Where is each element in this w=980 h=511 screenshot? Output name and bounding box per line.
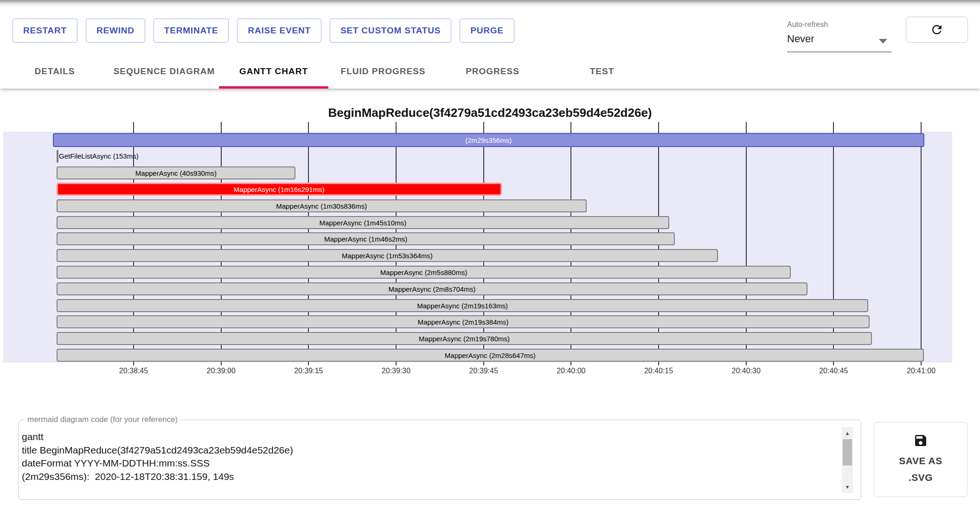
scrollbar-up-button[interactable]: ▲	[842, 427, 853, 439]
axis-tick-label: 20:41:00	[907, 367, 935, 375]
gantt-bar: MapperAsync (2m19s780ms)	[57, 332, 872, 345]
toolbar-button-restart[interactable]: RESTART	[13, 19, 77, 43]
gantt-bar: MapperAsync (1m16s291ms)	[57, 183, 502, 196]
save-svg-button[interactable]: SAVE AS .SVG	[874, 422, 967, 497]
mermaid-panel-legend: mermaid diagram code (for your reference…	[24, 415, 181, 424]
select-underline	[787, 51, 891, 52]
gantt-bar-label: MapperAsync (2m28s647ms)	[445, 351, 536, 359]
save-button-label: SAVE AS .SVG	[899, 453, 942, 486]
toolbar-button-set-custom-status[interactable]: SET CUSTOM STATUS	[330, 19, 451, 43]
gantt-bar: MapperAsync (2m19s384ms)	[57, 315, 870, 328]
gantt-bar: MapperAsync (2m8s704ms)	[57, 282, 807, 295]
gantt-bar: MapperAsync (1m53s364ms)	[57, 249, 718, 262]
gantt-bar: MapperAsync (2m5s880ms)	[57, 266, 791, 279]
axis-tick-label: 20:40:15	[644, 367, 673, 375]
gantt-bar: MapperAsync (1m45s10ms)	[57, 216, 669, 229]
chevron-down-icon	[879, 39, 887, 44]
axis-tick-label: 20:40:30	[732, 367, 761, 375]
scrollbar-down-button[interactable]: ▼	[842, 481, 853, 493]
gantt-bar-label: MapperAsync (1m53s364ms)	[342, 252, 433, 260]
tab-progress[interactable]: PROGRESS	[438, 56, 547, 89]
toolbar-button-terminate[interactable]: TERMINATE	[154, 19, 229, 43]
gantt-bar-label: MapperAsync (2m8s704ms)	[389, 285, 476, 293]
auto-refresh-label: Auto-refresh	[787, 20, 828, 29]
appbar-shadow	[0, 0, 980, 7]
gantt-task-label: GetFileListAsync (153ms)	[59, 152, 139, 160]
grid-line	[921, 122, 922, 365]
gantt-bar-label: MapperAsync (2m19s163ms)	[417, 302, 508, 310]
grid-line	[833, 122, 834, 365]
axis-tick-label: 20:39:15	[294, 367, 323, 375]
page: RESTARTREWINDTERMINATERAISE EVENTSET CUS…	[0, 0, 980, 511]
save-icon	[913, 433, 928, 448]
gantt-bar-label: MapperAsync (40s930ms)	[135, 169, 217, 177]
refresh-button[interactable]	[906, 17, 968, 43]
tab-fluid-progress[interactable]: FLUID PROGRESS	[328, 56, 438, 89]
gantt-bar-label: MapperAsync (2m19s780ms)	[419, 335, 510, 343]
gantt-bar-label: MapperAsync (1m45s10ms)	[320, 219, 407, 227]
gantt-bar-label: (2m29s356ms)	[465, 136, 512, 144]
arrow-down-icon: ▼	[845, 484, 850, 490]
axis-tick-label: 20:39:30	[382, 367, 410, 375]
toolbar-button-purge[interactable]: PURGE	[460, 19, 514, 43]
tab-sequence-diagram[interactable]: SEQUENCE DIAGRAM	[109, 56, 219, 89]
toolbar-button-row: RESTARTREWINDTERMINATERAISE EVENTSET CUS…	[13, 19, 514, 43]
gantt-bar: MapperAsync (40s930ms)	[57, 166, 295, 179]
axis-tick-label: 20:39:00	[207, 367, 236, 375]
auto-refresh-select[interactable]: Never	[787, 31, 891, 51]
tab-bar: DETAILSSEQUENCE DIAGRAMGANTT CHARTFLUID …	[0, 56, 980, 89]
gantt-bar-label: MapperAsync (2m5s880ms)	[380, 268, 468, 276]
axis-tick-label: 20:40:45	[819, 367, 848, 375]
toolbar-button-raise-event[interactable]: RAISE EVENT	[237, 19, 321, 43]
gantt-bar: MapperAsync (2m28s647ms)	[57, 349, 924, 362]
axis-tick-label: 20:39:45	[469, 367, 498, 375]
refresh-icon	[930, 23, 944, 37]
gantt-bar: MapperAsync (1m30s836ms)	[57, 199, 587, 212]
gantt-bar-label: MapperAsync (1m30s836ms)	[276, 202, 367, 210]
grid-line	[746, 122, 747, 365]
axis-tick-label: 20:38:45	[119, 367, 148, 375]
auto-refresh-value: Never	[787, 33, 814, 45]
gantt-bar: MapperAsync (1m46s2ms)	[57, 232, 675, 245]
tab-test[interactable]: TEST	[547, 56, 657, 89]
arrow-up-icon: ▲	[845, 430, 850, 436]
gantt-bar	[57, 150, 58, 163]
mermaid-code-text[interactable]: gantt title BeginMapReduce(3f4279a51cd24…	[22, 430, 838, 493]
gantt-section-bar: (2m29s356ms)	[53, 133, 924, 147]
mermaid-code-panel: mermaid diagram code (for your reference…	[18, 420, 861, 500]
gantt-bar: MapperAsync (2m19s163ms)	[57, 299, 868, 312]
toolbar: RESTARTREWINDTERMINATERAISE EVENTSET CUS…	[0, 7, 980, 56]
toolbar-button-rewind[interactable]: REWIND	[86, 19, 145, 43]
gantt-bar-label: MapperAsync (1m16s291ms)	[234, 185, 325, 193]
scrollbar-thumb[interactable]	[843, 439, 852, 466]
gantt-bar-label: MapperAsync (1m46s2ms)	[324, 235, 407, 243]
gantt-bar-label: MapperAsync (2m19s384ms)	[418, 318, 509, 326]
chart-title: BeginMapReduce(3f4279a51cd2493ca23eb59d4…	[0, 106, 980, 120]
tab-gantt-chart[interactable]: GANTT CHART	[219, 56, 328, 89]
scrollbar[interactable]: ▲ ▼	[842, 427, 853, 493]
axis-tick-label: 20:40:00	[557, 367, 585, 375]
tab-details[interactable]: DETAILS	[0, 56, 109, 89]
